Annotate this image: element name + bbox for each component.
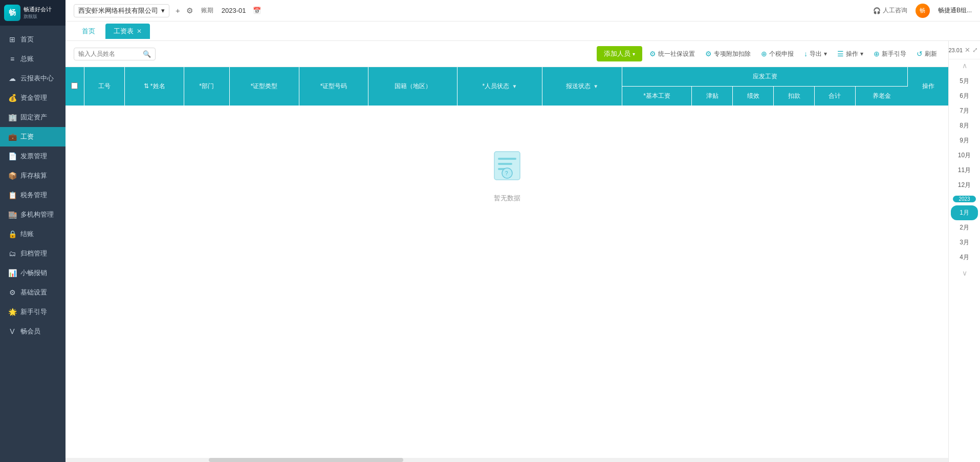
- report-filter-icon[interactable]: ▼: [593, 83, 598, 89]
- social-label: 统一社保设置: [658, 50, 695, 58]
- sidebar-item-工资[interactable]: 💼工资: [0, 127, 66, 146]
- export-icon: ↓: [804, 50, 808, 58]
- guide-btn[interactable]: ⊕ 新手引导: [870, 48, 909, 60]
- calendar-icon[interactable]: 📅: [253, 7, 261, 14]
- headset-icon: 🎧: [873, 7, 881, 14]
- sidebar-item-资金管理[interactable]: 💰资金管理: [0, 88, 66, 108]
- prev-year-months: 5月6月7月8月9月10月11月12月: [949, 72, 980, 195]
- sidebar-item-税务管理[interactable]: 📋税务管理: [0, 185, 66, 205]
- panel-expand-icon[interactable]: ⤢: [972, 46, 978, 54]
- sidebar-item-结账[interactable]: 🔒结账: [0, 224, 66, 244]
- panel-close-icon[interactable]: ✕: [965, 46, 970, 54]
- empty-state: ? 暂无数据: [66, 106, 948, 244]
- th-operation: 操作: [908, 67, 948, 106]
- th-nationality: 国籍（地区）: [368, 67, 458, 106]
- nav-label: 资金管理: [20, 93, 47, 102]
- add-person-button[interactable]: 添加人员 ▾: [597, 46, 642, 61]
- svg-text:?: ?: [505, 171, 508, 176]
- service-label: 人工咨询: [883, 6, 907, 15]
- period-label: 账期: [201, 6, 213, 15]
- date-panel-header-value: 2023.01: [948, 47, 963, 53]
- nav-label: 小畅报销: [20, 268, 47, 278]
- month-item[interactable]: 1月: [951, 205, 978, 220]
- tab-payroll[interactable]: 工资表 ✕: [105, 24, 150, 39]
- nav-label: 固定资产: [20, 113, 47, 122]
- nav-icon: 📋: [8, 191, 16, 199]
- tax-btn[interactable]: ⊕ 个税申报: [758, 48, 797, 60]
- table-wrap: 工号 ⇅ *姓名 *部门 *证型类型 *证型号码 国籍（地区） *人员状态 ▼: [66, 67, 948, 458]
- status-filter-icon[interactable]: ▼: [512, 83, 517, 89]
- th-checkbox[interactable]: [66, 67, 84, 106]
- curr-year-months: 1月2月3月4月: [949, 203, 980, 267]
- tax-icon: ⊕: [761, 50, 767, 58]
- sidebar-item-小畅报销[interactable]: 📊小畅报销: [0, 263, 66, 283]
- month-item[interactable]: 12月: [949, 178, 980, 193]
- month-item[interactable]: 4月: [949, 250, 980, 265]
- month-item[interactable]: 10月: [949, 148, 980, 163]
- nav-icon: ⊞: [8, 35, 16, 44]
- special-label: 专项附加扣除: [714, 50, 751, 58]
- export-btn[interactable]: ↓ 导出 ▾: [801, 48, 830, 60]
- sidebar-item-新手引导[interactable]: 🌟新手引导: [0, 302, 66, 322]
- sidebar-nav: ⊞首页≡总账☁云报表中心💰资金管理🏢固定资产💼工资📄发票管理📦库存核算📋税务管理…: [0, 26, 66, 462]
- month-item[interactable]: 9月: [949, 133, 980, 148]
- month-item[interactable]: 8月: [949, 118, 980, 133]
- service-button[interactable]: 🎧 人工咨询: [873, 6, 907, 15]
- user-name[interactable]: 畅捷通B组...: [938, 6, 972, 15]
- tab-close-icon[interactable]: ✕: [137, 28, 142, 35]
- social-insurance-btn[interactable]: ⚙ 统一社保设置: [646, 48, 698, 60]
- company-name: 西安虾米网络科技有限公司: [78, 6, 158, 15]
- nav-icon: ☁: [8, 74, 16, 82]
- nav-icon: 📦: [8, 172, 16, 180]
- sidebar-item-基础设置[interactable]: ⚙基础设置: [0, 283, 66, 302]
- special-deduction-btn[interactable]: ⚙ 专项附加扣除: [702, 48, 754, 60]
- select-all-checkbox[interactable]: [71, 82, 78, 89]
- add-btn[interactable]: +: [176, 6, 180, 15]
- sidebar-item-云报表中心[interactable]: ☁云报表中心: [0, 69, 66, 88]
- sidebar-item-总账[interactable]: ≡总账: [0, 49, 66, 69]
- scroll-indicator[interactable]: [66, 458, 948, 462]
- nav-label: 归档管理: [20, 249, 47, 258]
- sidebar-item-库存核算[interactable]: 📦库存核算: [0, 166, 66, 185]
- month-item[interactable]: 3月: [949, 235, 980, 250]
- operation-btn[interactable]: ☰ 操作 ▾: [834, 48, 866, 60]
- tab-home[interactable]: 首页: [74, 24, 103, 39]
- th-allowance: 津贴: [692, 87, 733, 106]
- month-item[interactable]: 7月: [949, 103, 980, 118]
- refresh-btn[interactable]: ↺ 刷新: [913, 48, 940, 60]
- settings-btn[interactable]: ⚙: [186, 6, 193, 15]
- month-item[interactable]: 5月: [949, 74, 980, 89]
- sidebar-item-畅会员[interactable]: V畅会员: [0, 322, 66, 341]
- nav-label: 首页: [20, 35, 34, 44]
- export-label: 导出: [810, 50, 822, 58]
- add-dropdown-arrow: ▾: [633, 51, 635, 57]
- sidebar-item-固定资产[interactable]: 🏢固定资产: [0, 108, 66, 127]
- month-item[interactable]: 6月: [949, 89, 980, 103]
- th-id-type: *证型类型: [229, 67, 299, 106]
- nav-icon: 🏬: [8, 211, 16, 219]
- nav-label: 畅会员: [20, 327, 40, 336]
- search-input[interactable]: [78, 50, 140, 57]
- guide-label: 新手引导: [882, 50, 906, 58]
- nav-label: 云报表中心: [20, 74, 54, 83]
- month-item[interactable]: 2月: [949, 220, 980, 235]
- scroll-thumb[interactable]: [209, 458, 403, 462]
- nav-icon: 🗂: [8, 249, 16, 258]
- sidebar-item-发票管理[interactable]: 📄发票管理: [0, 146, 66, 166]
- date-panel: 2023.01 ✕ ⤢ ∧ 5月6月7月8月9月10月11月12月 2023 1…: [948, 41, 980, 462]
- scroll-down-btn[interactable]: ∨: [949, 267, 980, 279]
- sidebar-item-首页[interactable]: ⊞首页: [0, 30, 66, 49]
- nav-icon: 📄: [8, 152, 16, 160]
- nav-label: 库存核算: [20, 171, 47, 180]
- app-logo: 畅 畅通好会计 旗舰版: [0, 0, 66, 26]
- month-item[interactable]: 11月: [949, 163, 980, 178]
- social-icon: ⚙: [649, 50, 656, 58]
- scroll-up-btn[interactable]: ∧: [949, 59, 980, 72]
- sidebar-item-归档管理[interactable]: 🗂归档管理: [0, 244, 66, 263]
- svg-rect-1: [498, 158, 516, 160]
- empty-icon: ?: [487, 146, 528, 187]
- nav-icon: 💼: [8, 133, 16, 141]
- company-selector[interactable]: 西安虾米网络科技有限公司 ▾: [74, 4, 169, 17]
- th-total: 合计: [815, 87, 856, 106]
- sidebar-item-多机构管理[interactable]: 🏬多机构管理: [0, 205, 66, 224]
